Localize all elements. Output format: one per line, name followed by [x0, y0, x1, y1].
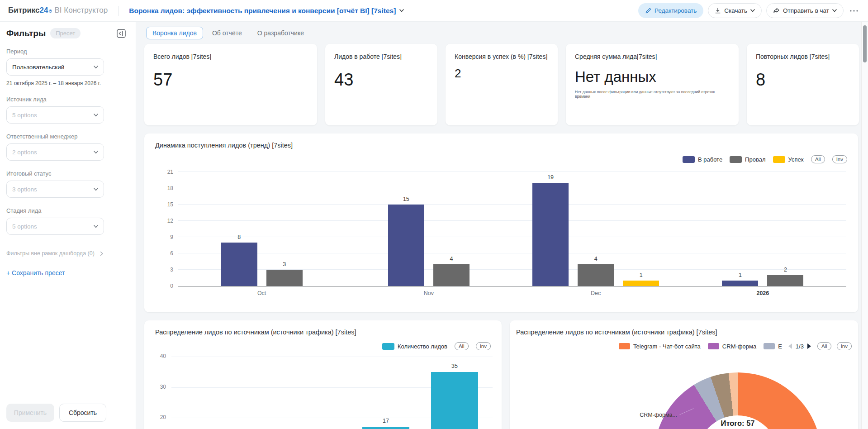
grid-line	[178, 220, 846, 221]
kpi-title: Средняя сумма лида[7sites]	[575, 52, 730, 61]
report-title: Воронка лидов: эффективность привлечения…	[129, 7, 396, 15]
lead-stage-select[interactable]: 5 options	[6, 218, 104, 235]
legend-swatch-icon	[730, 156, 742, 163]
inv-filter-pill[interactable]: Inv	[476, 342, 491, 350]
all-filter-pill[interactable]: All	[455, 342, 469, 350]
kpi-title: Лидов в работе [7sites]	[334, 52, 428, 61]
scrollbar-thumb[interactable]	[863, 25, 867, 62]
y-tick-label: 30	[148, 384, 166, 390]
kpi-card-conversion: Конверсия в успех (в %) [7sites] 2	[446, 44, 558, 125]
manager-select[interactable]: 2 options	[6, 143, 104, 161]
reset-button[interactable]: Сбросить	[59, 404, 106, 422]
bar-value-label: 4	[433, 256, 470, 262]
collapse-sidebar-button[interactable]	[117, 29, 126, 38]
chevron-down-icon	[94, 151, 98, 154]
trend-x-axis: OctNovDec2026	[178, 290, 846, 298]
preset-badge: Пресет	[50, 28, 81, 38]
legend-label: В работе	[698, 156, 722, 163]
period-range-text: 21 октября 2025 г. – 18 января 2026 г.	[6, 80, 129, 86]
bar-value-label: 8	[221, 234, 257, 240]
download-button[interactable]: Скачать	[708, 3, 762, 18]
trend-plot: 83154194112	[178, 172, 846, 286]
legend-swatch-icon	[764, 343, 775, 349]
legend-item[interactable]: CRM-форма	[708, 343, 756, 350]
send-to-chat-button[interactable]: Отправить в чат	[766, 3, 844, 18]
header-actions: Редактировать Скачать Отправить в чат	[638, 3, 860, 18]
grid-line	[178, 188, 846, 188]
all-filter-pill[interactable]: All	[817, 342, 831, 350]
filter-group-manager: Ответственный менеджер 2 options	[6, 133, 129, 161]
grid-line	[178, 237, 846, 237]
ellipsis-icon	[850, 10, 858, 12]
donut-total-label: Итого: 57	[693, 419, 783, 428]
filter-label: Источник лида	[6, 96, 129, 103]
legend-label: Провал	[745, 156, 765, 163]
y-tick-label: 9	[145, 234, 173, 240]
chevron-down-icon	[94, 66, 98, 69]
bar	[221, 243, 257, 286]
tab-lead-funnel[interactable]: Воронка лидов	[146, 27, 203, 39]
tab-about-report[interactable]: Об отчёте	[206, 27, 248, 39]
bi-dashboard-app: Битрикс24 BI Конструктор Воронка лидов: …	[0, 0, 868, 429]
chevron-down-icon	[832, 9, 837, 12]
chevron-right-icon	[100, 251, 104, 256]
kpi-card-leads-in-progress: Лидов в работе [7sites] 43	[325, 44, 437, 125]
legend-swatch-icon	[773, 156, 785, 163]
dashboard-main: Воронка лидов Об отчёте О разработчике В…	[136, 22, 868, 429]
legend-item[interactable]: Количество лидов	[382, 343, 447, 350]
outside-dashboard-filters-link[interactable]: Фильтры вне рамок дашборда (0)	[6, 250, 104, 257]
pager-counter: 1/3	[796, 343, 804, 350]
y-tick-label: 20	[148, 414, 166, 420]
bar	[722, 281, 758, 286]
bar-value-label: 35	[431, 363, 478, 369]
download-icon	[715, 8, 721, 14]
bar	[266, 270, 303, 286]
kpi-value: 43	[334, 70, 428, 90]
bar	[767, 275, 803, 286]
edit-button[interactable]: Редактировать	[638, 3, 703, 18]
share-arrow-icon	[773, 8, 780, 14]
y-tick-label: 6	[145, 250, 173, 257]
kpi-cards-row: Всего лидов [7sites] 57 Лидов в работе […	[144, 44, 868, 125]
bar-value-label: 15	[388, 196, 424, 202]
apply-button[interactable]: Применить	[6, 404, 54, 422]
kpi-value: 2	[455, 67, 549, 81]
kpi-no-data-note: Нет данных после фильтрации или данные о…	[575, 90, 730, 99]
inv-filter-pill[interactable]: Inv	[837, 342, 852, 350]
legend-item[interactable]: Провал	[730, 156, 765, 163]
y-tick-label: 21	[145, 169, 173, 175]
more-menu-button[interactable]	[848, 3, 860, 18]
legend-item[interactable]: Е	[764, 343, 782, 350]
legend-swatch-icon	[382, 343, 394, 350]
sources-pie-legend: Telegram - Чат-бот сайтаCRM-формаЕ 1/3 A…	[619, 342, 852, 350]
pager-next-icon[interactable]	[807, 343, 811, 349]
final-status-select[interactable]: 3 options	[6, 181, 104, 198]
sources-bar-plot: 1735	[171, 357, 493, 429]
legend-label: Е	[778, 343, 782, 350]
inv-filter-pill[interactable]: Inv	[832, 155, 847, 163]
chevron-down-icon	[94, 114, 98, 117]
report-title-dropdown[interactable]: Воронка лидов: эффективность привлечения…	[129, 7, 404, 15]
legend-item[interactable]: Успех	[773, 156, 804, 163]
bar	[532, 183, 569, 286]
bar-value-label: 2	[767, 267, 803, 273]
bar-value-label: 1	[722, 272, 758, 278]
bar	[433, 264, 470, 286]
legend-item[interactable]: Telegram - Чат-бот сайта	[619, 343, 701, 350]
lead-source-select[interactable]: 5 options	[6, 106, 104, 124]
sources-bar-legend: Количество лидов All Inv	[382, 342, 491, 350]
kpi-title: Конверсия в успех (в %) [7sites]	[455, 52, 549, 61]
period-select[interactable]: Пользовательский	[6, 58, 104, 76]
sources-pie-chart-title: Распределение лидов по источникам (источ…	[516, 329, 717, 336]
tab-about-developer[interactable]: О разработчике	[251, 27, 310, 39]
y-tick-label: 12	[145, 218, 173, 224]
save-preset-link[interactable]: + Сохранить пресет	[6, 269, 65, 276]
legend-item[interactable]: В работе	[683, 156, 722, 163]
vertical-scrollbar[interactable]	[861, 22, 868, 429]
legend-swatch-icon	[708, 343, 719, 349]
report-tabs: Воронка лидов Об отчёте О разработчике	[146, 26, 868, 40]
all-filter-pill[interactable]: All	[811, 155, 825, 163]
collapse-panel-icon	[117, 29, 126, 38]
pager-prev-icon[interactable]	[788, 343, 792, 349]
header-divider	[119, 6, 119, 16]
